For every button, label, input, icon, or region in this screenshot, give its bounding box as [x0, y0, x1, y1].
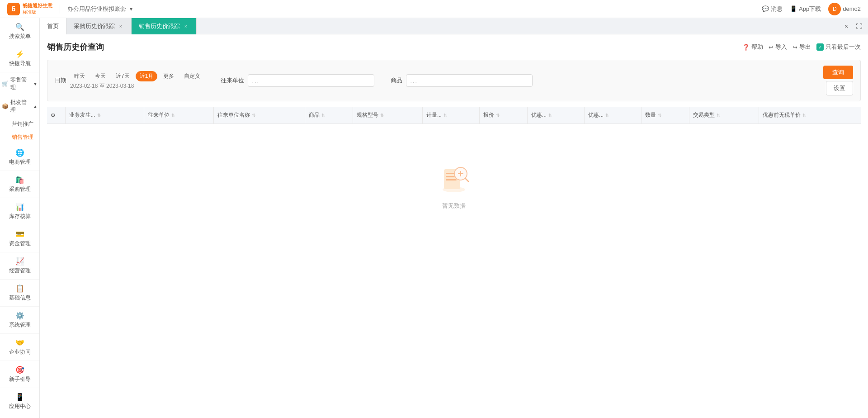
sort-partner-code[interactable]: ⇅	[171, 113, 175, 118]
sidebar-item-retail[interactable]: 🛒 零售管理 ▼	[0, 72, 39, 95]
inventory-icon: 📊	[15, 203, 24, 211]
topbar-dropdown-icon[interactable]: ▾	[130, 6, 132, 12]
th-partner-name[interactable]: 往来单位名称 ⇅	[213, 107, 305, 124]
th-discount1[interactable]: 优惠... ⇅	[528, 107, 585, 124]
date-btn-last1m[interactable]: 近1月	[136, 71, 158, 81]
svg-line-8	[465, 178, 468, 181]
app-download-button[interactable]: 📱 App下载	[790, 5, 821, 13]
search-btn-group: 查询 设置	[823, 66, 853, 95]
sort-product[interactable]: ⇅	[321, 113, 325, 118]
date-range-display: 2023-02-18 至 2023-03-18	[70, 82, 204, 90]
search-icon: 🔍	[15, 23, 24, 31]
sort-pre-tax[interactable]: ⇅	[802, 113, 806, 118]
query-button[interactable]: 查询	[823, 66, 853, 79]
only-last-checkbox-label[interactable]: ✓ 只看最后一次	[816, 43, 861, 51]
sort-business-date[interactable]: ⇅	[97, 113, 101, 118]
sort-discount2[interactable]: ⇅	[605, 113, 609, 118]
product-input[interactable]: ...	[406, 74, 533, 87]
th-spec[interactable]: 规格型号 ⇅	[353, 107, 422, 124]
topbar-app-title: 办公用品行业模拟账套	[67, 5, 126, 13]
sidebar-item-basic[interactable]: 📋 基础信息	[0, 280, 39, 307]
sidebar-item-ecommerce[interactable]: 🌐 电商管理	[0, 144, 39, 171]
sidebar-item-inventory[interactable]: 📊 库存核算	[0, 198, 39, 225]
tab-purchase-history[interactable]: 采购历史价跟踪 ×	[66, 18, 132, 34]
sort-discount1[interactable]: ⇅	[548, 113, 552, 118]
sidebar-item-guide[interactable]: 🎯 新手引导	[0, 361, 39, 388]
empty-row: 暂无数据	[47, 124, 861, 247]
sidebar-item-search[interactable]: 🔍 搜索菜单	[0, 18, 39, 45]
sidebar-item-sales[interactable]: 销售管理	[0, 131, 39, 144]
system-icon: ⚙️	[15, 311, 24, 320]
user-menu[interactable]: D demo2	[828, 3, 861, 15]
logo-text: 畅捷通好生意 标准版	[23, 2, 52, 15]
sidebar-item-marketing[interactable]: 营销推广	[0, 118, 39, 131]
table-container: ⚙ 业务发生... ⇅ 往来单位 ⇅	[47, 107, 861, 246]
settings-button[interactable]: 设置	[826, 81, 853, 95]
export-button[interactable]: ↪ 导出	[793, 43, 811, 51]
sidebar-item-purchase[interactable]: 🛍️ 采购管理	[0, 171, 39, 198]
only-last-checkbox[interactable]: ✓	[816, 43, 824, 51]
partner-input[interactable]: ...	[248, 74, 374, 87]
th-trade-type[interactable]: 交易类型 ⇅	[689, 107, 759, 124]
retail-icon: 🛒	[2, 81, 9, 87]
th-business-date[interactable]: 业务发生... ⇅	[65, 107, 144, 124]
th-quantity[interactable]: 数量 ⇅	[642, 107, 689, 124]
th-pre-tax[interactable]: 优惠前无税单价 ⇅	[759, 107, 861, 124]
sidebar-item-operations[interactable]: 📈 经营管理	[0, 252, 39, 280]
apps-icon: 📱	[15, 393, 24, 401]
finance-icon: 💳	[15, 230, 24, 238]
tab-close-sales-history[interactable]: ×	[183, 23, 189, 29]
date-btn-yesterday[interactable]: 昨天	[70, 71, 89, 81]
topbar-divider	[60, 5, 60, 14]
date-buttons: 昨天 今天 近7天 近1月 更多 自定义 2023-02-18 至 2023-0…	[70, 71, 204, 90]
sort-unit[interactable]: ⇅	[443, 113, 447, 118]
sidebar-item-finance[interactable]: 💳 资金管理	[0, 225, 39, 252]
sort-quote[interactable]: ⇅	[496, 113, 500, 118]
partner-input-dots: ...	[252, 77, 259, 84]
date-btn-last7[interactable]: 近7天	[112, 71, 134, 81]
sort-quantity[interactable]: ⇅	[658, 113, 661, 118]
th-gear[interactable]: ⚙	[47, 107, 65, 124]
tab-home[interactable]: 首页	[40, 18, 66, 34]
import-button[interactable]: ↩ 导入	[769, 43, 787, 51]
topbar-right: 💬 消息 📱 App下载 D demo2	[762, 3, 861, 15]
sidebar-item-quick-nav[interactable]: ⚡ 快捷导航	[0, 45, 39, 72]
help-button[interactable]: ❓ 帮助	[742, 43, 763, 51]
cooperation-icon: 🤝	[15, 338, 24, 347]
th-partner-code[interactable]: 往来单位 ⇅	[144, 107, 213, 124]
chevron-down-icon: ▼	[33, 81, 38, 86]
basic-icon: 📋	[15, 284, 24, 293]
search-row: 日期 昨天 今天 近7天 近1月 更多 自定义 2023-02-18 至 202…	[55, 66, 853, 95]
sort-spec[interactable]: ⇅	[380, 113, 384, 118]
sidebar-item-apps[interactable]: 📱 应用中心	[0, 388, 39, 415]
sidebar-item-system[interactable]: ⚙️ 系统管理	[0, 307, 39, 334]
tab-maximize-button[interactable]: ⛶	[854, 21, 864, 32]
logo-area: 6 畅捷通好生意 标准版	[7, 2, 52, 15]
empty-text: 暂无数据	[442, 202, 466, 210]
tab-close-all-button[interactable]: ×	[841, 21, 852, 32]
th-quote[interactable]: 报价 ⇅	[479, 107, 527, 124]
product-input-dots: ...	[410, 77, 418, 84]
partner-label: 往来单位	[221, 76, 244, 85]
date-btn-group: 昨天 今天 近7天 近1月 更多 自定义	[70, 71, 204, 81]
product-label: 商品	[391, 76, 402, 85]
date-btn-today[interactable]: 今天	[91, 71, 110, 81]
data-table: ⚙ 业务发生... ⇅ 往来单位 ⇅	[47, 107, 861, 246]
message-button[interactable]: 💬 消息	[762, 5, 783, 13]
th-unit[interactable]: 计量... ⇅	[422, 107, 479, 124]
date-btn-more[interactable]: 更多	[159, 71, 178, 81]
empty-state: 暂无数据	[47, 124, 861, 246]
th-discount2[interactable]: 优惠... ⇅	[585, 107, 642, 124]
th-product[interactable]: 商品 ⇅	[305, 107, 353, 124]
date-btn-custom[interactable]: 自定义	[180, 71, 204, 81]
tab-close-purchase-history[interactable]: ×	[118, 23, 124, 29]
sidebar-item-wholesale[interactable]: 📦 批发管理 ▲	[0, 95, 39, 118]
sidebar-item-cooperation[interactable]: 🤝 企业协同	[0, 334, 39, 361]
tab-sales-history[interactable]: 销售历史价跟踪 ×	[132, 18, 197, 34]
sidebar-item-wechat[interactable]: 💬 企业微信	[0, 415, 39, 418]
sort-partner-name[interactable]: ⇅	[252, 113, 255, 118]
download-icon: 📱	[790, 5, 797, 12]
sort-trade-type[interactable]: ⇅	[717, 113, 720, 118]
search-bar: 日期 昨天 今天 近7天 近1月 更多 自定义 2023-02-18 至 202…	[47, 60, 861, 101]
gear-icon: ⚙	[51, 112, 56, 119]
